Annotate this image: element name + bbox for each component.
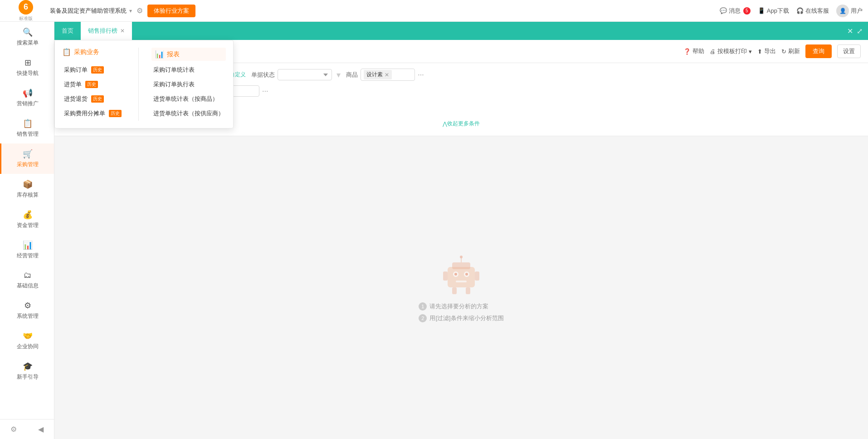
tab-expand-icon[interactable]: ⤢ <box>857 27 863 35</box>
purchase-icon: 🛒 <box>23 149 33 159</box>
sidebar-item-quick[interactable]: ⊞ 快捷导航 <box>0 52 54 83</box>
report-header-icon: 📊 <box>155 50 164 59</box>
message-nav-item[interactable]: 💬 消息 5 <box>720 7 751 15</box>
expense-label: 采购费用分摊单 <box>64 109 105 118</box>
coop-icon: 🤝 <box>23 331 33 341</box>
sidebar-label-marketing: 营销推广 <box>17 100 39 108</box>
dropdown-item-order-exec[interactable]: 采购订单执行表 <box>151 77 226 92</box>
export-label: 导出 <box>764 47 776 55</box>
svg-point-12 <box>460 256 463 258</box>
system-dropdown-arrow[interactable]: ▾ <box>129 8 132 14</box>
system-icon: ⚙ <box>24 301 31 311</box>
finance-icon: 💰 <box>23 210 33 220</box>
sidebar-item-operations[interactable]: 📊 经营管理 <box>0 235 54 265</box>
svg-rect-0 <box>448 267 475 287</box>
tip-num-1: 1 <box>419 302 427 311</box>
app-download-label: App下载 <box>767 7 789 15</box>
sidebar-collapse-btn[interactable]: ◀ <box>38 425 44 434</box>
refresh-icon: ↻ <box>781 48 786 55</box>
sidebar-item-marketing[interactable]: 📢 营销推广 <box>0 83 54 113</box>
svg-rect-7 <box>443 271 448 281</box>
print-dropdown-icon[interactable]: ▾ <box>749 48 752 55</box>
sidebar-item-purchase[interactable]: 🛒 采购管理 <box>0 143 54 174</box>
megaphone-icon: 📢 <box>23 88 33 98</box>
svg-rect-8 <box>475 271 479 281</box>
voucher-status-expand-icon[interactable]: ▾ <box>336 70 341 80</box>
dropdown-item-return[interactable]: 进货退货 历史 <box>62 92 126 106</box>
sidebar-label-basic: 基础信息 <box>17 282 39 290</box>
dropdown-item-expense[interactable]: 采购费用分摊单 历史 <box>62 106 126 121</box>
tip-text-2: 用[过滤]条件来缩小分析范围 <box>429 314 503 322</box>
svg-point-5 <box>465 273 468 276</box>
voucher-status-label: 单据状态 <box>251 71 275 79</box>
svg-rect-6 <box>456 281 467 282</box>
sidebar-label-purchase: 采购管理 <box>17 161 39 168</box>
voucher-status-filter: 单据状态 ▾ <box>251 69 341 80</box>
staff-filter-more[interactable]: ··· <box>262 87 268 95</box>
dropdown-item-incoming-stats-supplier[interactable]: 进货单统计表（按供应商） <box>151 106 226 121</box>
tab-close-icon[interactable]: ✕ <box>120 28 125 34</box>
industry-button[interactable]: 体验行业方案 <box>147 5 195 17</box>
goods-filter-more[interactable]: ··· <box>418 71 424 79</box>
purchase-header-icon: 📋 <box>62 48 71 56</box>
sidebar-label-finance: 资金管理 <box>17 222 39 229</box>
sales-icon: 📋 <box>23 118 33 128</box>
purchase-business-title: 采购业务 <box>74 48 99 56</box>
settings-button[interactable]: 设置 <box>837 44 861 58</box>
export-button[interactable]: ⬆ 导出 <box>757 47 776 55</box>
empty-tips: 1 请先选择要分析的方案 2 用[过滤]条件来缩小分析范围 <box>419 302 503 322</box>
online-service-nav-item[interactable]: 🎧 在线客服 <box>796 7 829 15</box>
svg-point-4 <box>454 273 457 276</box>
tab-close-window-icon[interactable]: ✕ <box>847 27 853 35</box>
incoming-stats-goods-label: 进货单统计表（按商品） <box>153 95 218 103</box>
refresh-button[interactable]: ↻ 刷新 <box>781 47 800 55</box>
system-settings-icon[interactable]: ⚙ <box>137 6 143 15</box>
voucher-status-select[interactable] <box>278 69 332 80</box>
message-badge: 5 <box>743 7 751 15</box>
online-service-label: 在线客服 <box>805 7 829 15</box>
expense-history: 历史 <box>109 110 122 117</box>
collapse-label: 收起更多条件 <box>447 120 480 128</box>
print-button[interactable]: 🖨 按模板打印 ▾ <box>710 47 752 55</box>
user-label: 用户 <box>851 7 863 15</box>
app-download-nav-item[interactable]: 📱 App下载 <box>758 7 789 15</box>
query-button[interactable]: 查询 <box>805 44 832 58</box>
inventory-icon: 📦 <box>23 179 33 189</box>
help-button[interactable]: ❓ 帮助 <box>683 47 704 55</box>
purchase-business-col: 📋 采购业务 采购订单 历史 进货单 历史 进货退货 历史 采购费用分摊单 历史 <box>62 48 126 121</box>
sidebar-item-sales[interactable]: 📋 销售管理 <box>0 113 54 143</box>
tab-sales-rank[interactable]: 销售排行榜 ✕ <box>81 22 132 40</box>
print-label: 按模板打印 <box>717 47 747 55</box>
goods-tag-close[interactable]: ✕ <box>385 72 389 78</box>
sidebar-label-sales: 销售管理 <box>17 130 39 138</box>
dropdown-item-purchase-order[interactable]: 采购订单 历史 <box>62 63 126 77</box>
system-title: 装备及固定资产辅助管理系统 <box>50 7 127 15</box>
empty-tip-1: 1 请先选择要分析的方案 <box>419 302 503 311</box>
sidebar-item-coop[interactable]: 🤝 企业协同 <box>0 326 54 356</box>
report-title: 报表 <box>167 50 180 59</box>
report-header: 📊 报表 <box>151 48 226 61</box>
user-avatar: 👤 <box>836 5 849 17</box>
dropdown-item-incoming-stats-goods[interactable]: 进货单统计表（按商品） <box>151 92 226 106</box>
tab-home[interactable]: 首页 <box>54 22 81 40</box>
sidebar-item-inventory[interactable]: 📦 库存核算 <box>0 174 54 204</box>
help-icon: ❓ <box>683 48 691 55</box>
sidebar-item-system[interactable]: ⚙ 系统管理 <box>0 295 54 326</box>
sidebar-item-search[interactable]: 🔍 搜索菜单 <box>0 22 54 52</box>
purchase-order-history: 历史 <box>91 66 104 74</box>
operations-icon: 📊 <box>23 240 33 250</box>
svg-rect-10 <box>466 287 470 294</box>
sidebar-label-guide: 新手引导 <box>17 373 39 381</box>
guide-icon: 🎓 <box>23 361 33 371</box>
sidebar-item-guide[interactable]: 🎓 新手引导 <box>0 356 54 386</box>
message-icon: 💬 <box>720 7 727 14</box>
user-nav-item[interactable]: 👤 用户 <box>836 5 863 17</box>
sidebar-item-finance[interactable]: 💰 资金管理 <box>0 204 54 235</box>
return-label: 进货退货 <box>64 95 88 103</box>
dropdown-item-order-stats[interactable]: 采购订单统计表 <box>151 63 226 77</box>
sidebar-settings-btn[interactable]: ⚙ <box>10 425 17 434</box>
dropdown-item-incoming[interactable]: 进货单 历史 <box>62 77 126 92</box>
sidebar-item-basic[interactable]: 🗂 基础信息 <box>0 265 54 295</box>
print-icon: 🖨 <box>710 48 716 55</box>
svg-rect-9 <box>452 287 457 294</box>
